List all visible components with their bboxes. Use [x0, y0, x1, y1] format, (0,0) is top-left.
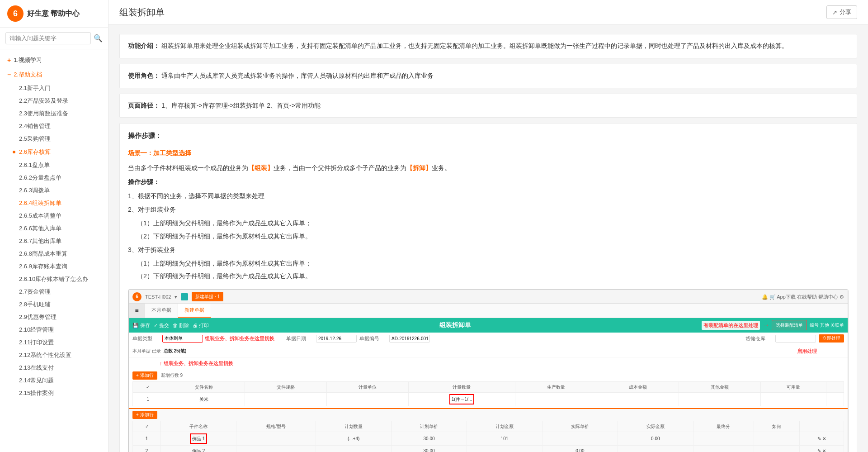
path-block: 页面路径： 1、库存核算->库存管理->组装拆卸单 2、首页->常用功能 — [119, 94, 857, 118]
dot-icon — [13, 151, 15, 153]
lcell-ops1 — [754, 432, 799, 445]
sidebar-item-mobile[interactable]: 2.8手机旺辅 — [0, 298, 108, 311]
teal-bar-title: 组装拆卸单 — [439, 320, 471, 331]
form-ok-btn[interactable]: 立即处理 — [819, 334, 844, 343]
form-date-input[interactable] — [316, 335, 357, 343]
role-block: 使用角色： 通常由生产人员或库管人员完成拆装业务的操作，库管人员确认原材料的出库… — [119, 64, 857, 88]
sidebar-item-coupon[interactable]: 2.9优惠券管理 — [0, 311, 108, 324]
app-id: TEST-H002 — [145, 293, 171, 301]
lcell-actual-amt1: 0.00 — [618, 432, 693, 445]
select-bom-btn[interactable]: 选择装配清单 — [772, 320, 807, 330]
lower-add-row-btn[interactable]: + 添加行 — [132, 411, 157, 419]
sidebar-item-operations[interactable]: 2.10经营管理 — [0, 324, 108, 336]
share-button[interactable]: ↗ 分享 — [826, 5, 857, 19]
table-hint: 新增行数 9 — [161, 371, 183, 379]
print-action[interactable]: 🖨 打印 — [193, 321, 209, 330]
sidebar-item-other-in[interactable]: 2.6.6其他入库单 — [0, 222, 108, 235]
lcol-plan-price: 计划单价 — [392, 421, 467, 432]
delete-action[interactable]: 🗑 删除 — [173, 321, 189, 330]
upper-table-header: ✓ 父件名称 父件规格 计量单位 计量数量 生产数量 成本金额 其他金额 可用量 — [133, 381, 844, 392]
lcell-edit1[interactable]: ✎ ✕ — [800, 432, 844, 445]
form-date-label: 单据日期 — [286, 334, 313, 343]
lcol-spec: 规格/型号 — [236, 421, 316, 432]
sidebar-item-finance[interactable]: 2.7资金管理 — [0, 285, 108, 298]
add-row-btn[interactable]: + 添加行 — [132, 371, 157, 380]
sidebar-item-cost-recalc[interactable]: 2.6.8商品成本重算 — [0, 247, 108, 260]
lcol-plan-amt: 计划金额 — [467, 421, 542, 432]
intro-block: 功能介绍： 组装拆卸单用来处理企业组装或拆卸等加工业务，支持有固定装配清单的产品… — [119, 34, 857, 58]
nav-subsection-inventory: 2.6.1盘点单 2.6.2分量盘点单 2.6.3调拨单 2.6.4组装拆卸单 … — [0, 159, 108, 285]
cell-check[interactable]: 1 — [133, 392, 163, 406]
form-no-input[interactable] — [389, 335, 430, 343]
step1: 1、根据不同的业务，选择不同单据的类型来处理 — [128, 190, 849, 202]
sidebar-item-install[interactable]: 2.2产品安装及登录 — [0, 95, 108, 107]
lcell-actual-amt2 — [618, 445, 693, 452]
sidebar-item-cases[interactable]: 2.15操作案例 — [0, 387, 108, 400]
cell-prod-qty — [515, 392, 597, 406]
lcell-check1[interactable]: 1 — [133, 432, 161, 445]
teal-bar-right: 有装配清单的在这里处理 → 选择装配清单 编号 其他 关联单 — [702, 320, 844, 331]
cell-other-amt — [679, 392, 760, 406]
sidebar-item-stocktake[interactable]: 2.6.1盘点单 — [0, 159, 108, 171]
form-warehouse-input[interactable] — [775, 335, 816, 343]
cell-parent-name: 关米 — [163, 392, 245, 406]
sidebar-item-faq[interactable]: 2.14常见问题 — [0, 374, 108, 387]
page-title: 组装拆卸单 — [119, 6, 165, 19]
lower-table-header: ✓ 子件名称 规格/型号 计划数量 计划单价 计划金额 实际单价 实际金额 最终… — [133, 421, 844, 432]
sidebar: 6 好生意 帮助中心 🔍 + 1.视频学习 − 2.帮助文档 2.1新手入门 2… — [0, 0, 108, 452]
app-tab-list[interactable]: 本月单据 — [145, 304, 178, 318]
sidebar-item-transfer[interactable]: 2.6.3调拨单 — [0, 184, 108, 197]
form-type-input[interactable] — [162, 335, 203, 343]
submit-action[interactable]: ✓ 提交 — [154, 321, 169, 330]
sidebar-item-label: 2.帮助文档 — [14, 71, 42, 79]
table-row: 1 例品 1 (...+4) 30.00 101 0.00 — [133, 432, 844, 445]
step2: 2、对于组装业务 — [128, 204, 849, 215]
lcell-edit2[interactable]: ✎ ✕ — [800, 445, 844, 452]
sidebar-item-other-out[interactable]: 2.6.7其他出库单 — [0, 235, 108, 247]
col-qty: 计量数量 — [408, 381, 515, 392]
sidebar-item-stock-ledger[interactable]: 2.6.9库存账本查询 — [0, 260, 108, 273]
sidebar-item-newbie[interactable]: 2.1新手入门 — [0, 82, 108, 95]
table-row: 2 例品 2 30.00 0.00 — [133, 445, 844, 452]
child-name-highlighted[interactable]: 例品 1 — [190, 433, 207, 444]
sidebar-item-video-learning[interactable]: + 1.视频学习 — [0, 53, 108, 67]
sidebar-item-label: 1.视频学习 — [14, 56, 42, 64]
step3: 3、对于拆装业务 — [128, 244, 849, 256]
new-doc-btn[interactable]: 新建单据 · 1 — [192, 292, 223, 301]
form-count-label: 本月单据 已录 — [132, 347, 161, 355]
sidebar-item-purchase[interactable]: 2.5采购管理 — [0, 133, 108, 145]
annotation2-label: ↑ 组装业务、拆卸业务在这里切换 — [160, 359, 233, 368]
sidebar-item-label: 2.6库存核算 — [19, 148, 51, 156]
sidebar-item-assembly[interactable]: 2.6.4组装拆卸单 — [0, 197, 108, 209]
sidebar-item-partial-stocktake[interactable]: 2.6.2分量盘点单 — [0, 171, 108, 184]
app-tab-new[interactable]: 新建单据 — [178, 304, 211, 318]
sidebar-item-data-prep[interactable]: 2.3使用前数据准备 — [0, 107, 108, 120]
lcell-plan-price2: 30.00 — [392, 445, 467, 452]
sidebar-item-sales[interactable]: 2.4销售管理 — [0, 120, 108, 133]
role-label: 使用角色： — [128, 72, 160, 79]
lower-table-area: + 添加行 ✓ 子件名称 规格/型号 计划数量 计划单价 计划金额 — [129, 408, 848, 452]
lcell-check2[interactable]: 2 — [133, 445, 161, 452]
qty-cell-highlighted[interactable]: 1(件→1/... — [449, 394, 475, 404]
annotation2-text: 组装业务、拆卸业务在这里切换 — [205, 334, 274, 343]
intro-label: 功能介绍： — [128, 42, 160, 49]
lcell-plan-qty1: (...+4) — [316, 432, 392, 445]
sidebar-item-cost-adjust[interactable]: 2.6.5成本调整单 — [0, 209, 108, 222]
scene1-desc: 当由多个子件材料组装成一个成品的业务为【组装】业务，当由一个父件拆分成多个子产品… — [128, 162, 849, 174]
screenshot-container: 6 TEST-H002 ▾ 新建单据 · 1 🔔 🛒 App下载 在线帮助 帮助… — [128, 289, 849, 452]
sidebar-item-online-pay[interactable]: 2.13在线支付 — [0, 362, 108, 374]
lcell-spec1 — [236, 432, 316, 445]
search-input[interactable] — [5, 32, 91, 44]
step2-sub1: （1）上部明细为父件明细，最终作为产成品生成其它入库单； — [137, 218, 849, 229]
sidebar-item-help-docs[interactable]: − 2.帮助文档 — [0, 67, 108, 82]
scene1-title: 场景一：加工类型选择 — [128, 148, 849, 159]
cell-ops — [826, 392, 844, 406]
sidebar-item-stock-error[interactable]: 2.6.10库存账本错了怎么办 — [0, 273, 108, 285]
sidebar-toggle[interactable]: ≡ — [129, 304, 145, 318]
sidebar-item-inventory[interactable]: 2.6库存核算 — [0, 145, 108, 159]
nav-section-video: + 1.视频学习 — [0, 53, 108, 67]
save-action[interactable]: 💾 保存 — [132, 321, 150, 330]
sidebar-item-print[interactable]: 2.11打印设置 — [0, 336, 108, 349]
sidebar-item-customize[interactable]: 2.12系统个性化设置 — [0, 349, 108, 362]
search-button[interactable]: 🔍 — [94, 34, 103, 43]
